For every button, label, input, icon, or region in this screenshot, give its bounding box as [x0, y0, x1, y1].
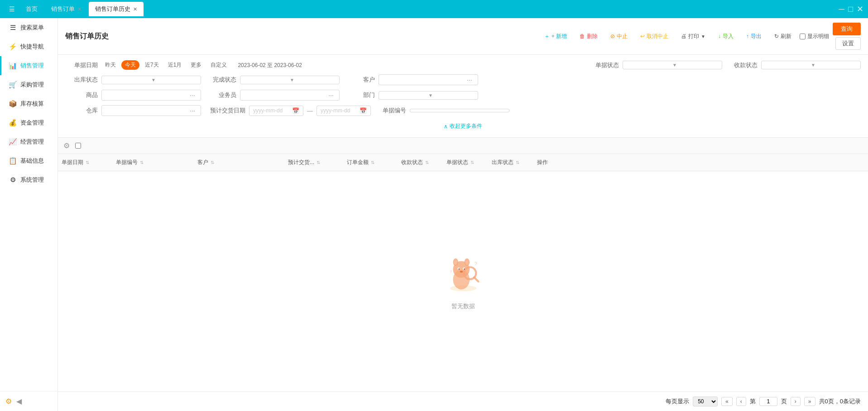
sidebar-item-operations[interactable]: 📈 经营管理: [0, 132, 58, 151]
salesman-input[interactable]: ···: [240, 90, 340, 101]
print-button[interactable]: 🖨 打印 ▼: [676, 31, 710, 42]
date-1month[interactable]: 近1月: [164, 60, 186, 70]
new-button[interactable]: ＋ + 新增: [540, 31, 571, 42]
display-detail-checkbox[interactable]: 显示明细: [800, 33, 829, 40]
display-detail-input[interactable]: [800, 34, 806, 39]
col-doc-status[interactable]: 单据状态 ⇅: [443, 154, 488, 171]
out-stock-label: 出库状态: [65, 76, 101, 84]
sidebar-item-sales-mgmt[interactable]: 📊 销售管理: [0, 56, 58, 75]
query-button[interactable]: 查询: [833, 23, 861, 35]
col-customer[interactable]: 客户 ⇅: [194, 154, 284, 171]
date-yesterday[interactable]: 昨天: [101, 60, 120, 70]
sidebar-item-search-menu-label: 搜索菜单: [20, 24, 44, 32]
last-page-button[interactable]: »: [804, 397, 815, 406]
date-more[interactable]: 更多: [187, 60, 205, 70]
date-7days[interactable]: 近7天: [141, 60, 163, 70]
page-title: 销售订单历史: [65, 32, 109, 41]
export-button[interactable]: ↑ 导出: [742, 31, 766, 42]
sidebar-item-purchase-mgmt[interactable]: 🛒 采购管理: [0, 75, 58, 94]
delivery-date-end[interactable]: yyyy-mm-dd 📅: [317, 106, 371, 116]
order-no-input[interactable]: [410, 109, 509, 112]
total-info: 共0页，0条记录: [819, 397, 861, 406]
refresh-button[interactable]: ↻ 刷新: [770, 31, 796, 42]
sidebar-collapse-icon[interactable]: ◀: [16, 397, 22, 406]
complete-caret: ▼: [290, 77, 336, 82]
table-settings-icon[interactable]: ⚙: [63, 141, 70, 150]
col-delivery[interactable]: 预计交货... ⇅: [284, 154, 343, 171]
col-date[interactable]: 单据日期 ⇅: [58, 154, 112, 171]
salesman-dots[interactable]: ···: [326, 92, 336, 99]
sidebar-item-sys-mgmt[interactable]: ⚙ 系统管理: [0, 170, 58, 189]
empty-state: ? ? 暂无数据: [58, 171, 868, 392]
tab-sales-order-history[interactable]: 销售订单历史 ✕: [89, 2, 144, 16]
complete-select[interactable]: ▼: [240, 76, 340, 84]
select-all-checkbox[interactable]: [75, 143, 81, 149]
sidebar-item-inventory[interactable]: 📦 库存核算: [0, 94, 58, 113]
col-amount[interactable]: 订单金额 ⇅: [343, 154, 398, 171]
first-page-button[interactable]: «: [721, 397, 733, 406]
out-stock-select[interactable]: ▼: [101, 76, 201, 84]
settings-button[interactable]: 设置: [835, 37, 861, 50]
next-page-button[interactable]: ›: [791, 397, 801, 406]
date-custom[interactable]: 自定义: [207, 60, 230, 70]
customer-input[interactable]: ···: [379, 74, 478, 85]
product-input[interactable]: ···: [101, 90, 201, 101]
date-today[interactable]: 今天: [121, 60, 139, 70]
tab-sales-order[interactable]: 销售订单 ✕: [45, 2, 88, 16]
stop-button[interactable]: ⊘ 中止: [606, 31, 632, 42]
tab-home[interactable]: 首页: [19, 2, 44, 16]
page-header: 销售订单历史 ＋ + 新增 🗑 删除 ⊘ 中止 ↩ 取消中止: [58, 18, 868, 55]
import-button[interactable]: ↓ 导入: [714, 31, 738, 42]
quick-nav-icon: ⚡: [9, 43, 17, 51]
maximize-icon[interactable]: □: [848, 5, 853, 14]
cancel-stop-button[interactable]: ↩ 取消中止: [636, 31, 673, 42]
col-doc-status-sort: ⇅: [470, 160, 474, 165]
col-no[interactable]: 单据编号 ⇅: [112, 154, 194, 171]
pagination: 每页显示 50 10 20 100 « ‹ 第 页 › » 共0页，0条记录: [58, 392, 868, 411]
window-close-icon[interactable]: ✕: [857, 4, 863, 14]
tab-bar: 首页 销售订单 ✕ 销售订单历史 ✕: [19, 2, 839, 16]
minimize-icon[interactable]: ─: [839, 5, 844, 14]
warehouse-dots[interactable]: ···: [188, 107, 197, 114]
sidebar-item-capital-mgmt[interactable]: 💰 资金管理: [0, 113, 58, 132]
collapse-more-btn[interactable]: ∧ 收起更多条件: [65, 121, 861, 132]
search-menu-icon[interactable]: ☰: [9, 5, 15, 13]
col-out-status-label: 出库状态: [492, 159, 513, 165]
prev-page-button[interactable]: ‹: [736, 397, 746, 406]
svg-point-13: [460, 271, 463, 272]
receipt-status-select[interactable]: ▼: [761, 61, 861, 69]
svg-text:?: ?: [475, 261, 477, 266]
search-menu-icon: ☰: [9, 24, 17, 32]
filter-row-2: 出库状态 ▼ 完成状态 ▼ 客户 ···: [65, 74, 861, 85]
filter-row-1: 单据日期 昨天 今天 近7天 近1月 更多 自定义 2023-06-02 至 2…: [65, 60, 861, 70]
current-page-input[interactable]: [759, 397, 777, 406]
sidebar-item-quick-nav[interactable]: ⚡ 快捷导航: [0, 37, 58, 56]
sidebar-item-search-menu[interactable]: ☰ 搜索菜单: [0, 18, 58, 37]
date-separator: —: [303, 107, 317, 114]
collapse-up-icon: ∧: [444, 123, 448, 130]
delivery-start-text: yyyy-mm-dd: [253, 107, 290, 114]
product-label: 商品: [65, 91, 101, 99]
delivery-label: 预计交货日期: [208, 106, 249, 115]
customer-dots[interactable]: ···: [465, 76, 474, 83]
sidebar-item-sys-mgmt-label: 系统管理: [20, 176, 44, 184]
col-out-status[interactable]: 出库状态 ⇅: [488, 154, 533, 171]
empty-illustration: ? ?: [441, 252, 486, 298]
per-page-select[interactable]: 50 10 20 100: [693, 396, 718, 406]
dept-select[interactable]: ▼: [379, 91, 478, 100]
tab-sales-order-history-close[interactable]: ✕: [133, 6, 137, 12]
col-no-sort: ⇅: [140, 160, 144, 165]
delivery-date-start[interactable]: yyyy-mm-dd 📅: [249, 106, 303, 116]
col-receipt-status[interactable]: 收款状态 ⇅: [398, 154, 443, 171]
product-dots[interactable]: ···: [188, 92, 197, 99]
sidebar-settings-icon[interactable]: ⚙: [5, 397, 12, 406]
cancel-stop-icon: ↩: [640, 33, 645, 39]
warehouse-input[interactable]: ···: [101, 105, 201, 116]
sidebar: ☰ 搜索菜单 ⚡ 快捷导航 📊 销售管理 🛒 采购管理 📦 库存核算 💰 资金管…: [0, 18, 58, 411]
sidebar-item-basic-info[interactable]: 📋 基础信息: [0, 151, 58, 170]
status-select[interactable]: ▼: [623, 61, 722, 69]
inventory-icon: 📦: [9, 100, 17, 108]
page-unit: 页: [781, 397, 787, 406]
tab-sales-order-close[interactable]: ✕: [77, 6, 82, 12]
delete-button[interactable]: 🗑 删除: [575, 31, 602, 42]
